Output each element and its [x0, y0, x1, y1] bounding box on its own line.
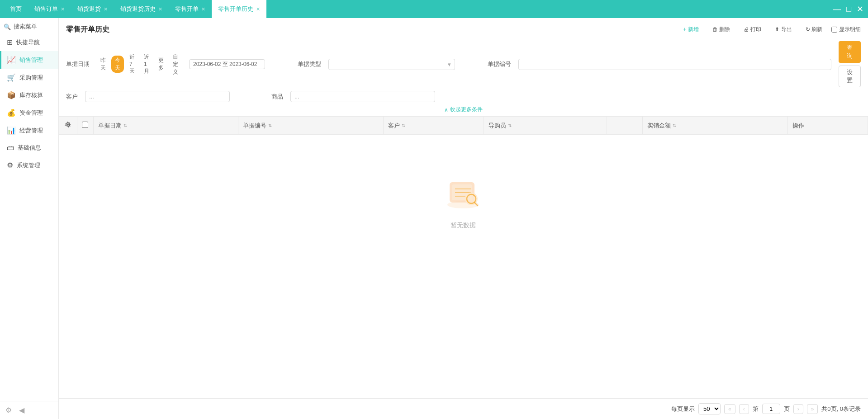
product-filter-input[interactable]: ...	[290, 91, 435, 102]
window-maximize-button[interactable]: □	[845, 4, 852, 15]
date-opt-yesterday[interactable]: 昨天	[97, 56, 109, 73]
table-header: 单据日期 ⇅ 单据编号 ⇅ 客户	[59, 117, 868, 135]
collapse-more-button[interactable]: ∧ 收起更多条件	[66, 104, 861, 116]
col-number[interactable]: 单据编号 ⇅	[238, 117, 384, 135]
pagination-bar: 每页显示 50 « ‹ 第 页 › » 共0页, 0条记录	[59, 398, 868, 419]
date-opt-more[interactable]: 更多	[155, 56, 167, 73]
print-button[interactable]: 🖨 打印	[739, 24, 766, 36]
first-page-button[interactable]: «	[724, 404, 735, 414]
add-button[interactable]: + 新增	[678, 24, 703, 36]
chevron-up-icon: ∧	[444, 107, 448, 113]
tab-retail-open[interactable]: 零售开单 ✕	[169, 0, 212, 18]
close-icon[interactable]: ✕	[61, 6, 65, 12]
tab-retail-open-history[interactable]: 零售开单历史 ✕	[212, 0, 266, 18]
search-icon: 🔍	[4, 24, 11, 30]
delete-button[interactable]: 🗑 删除	[708, 24, 735, 36]
col-customer[interactable]: 客户 ⇅	[383, 117, 484, 135]
inventory-icon: 📦	[7, 91, 16, 99]
page-title-bar: 零售开单历史 + 新增 🗑 删除 🖨 打印 ⬆ 导出 ↻ 刷新 显示明细	[66, 24, 861, 36]
col-settings[interactable]	[59, 117, 77, 135]
number-filter-input[interactable]	[518, 59, 831, 70]
sidebar-footer: ⚙ ◀	[0, 401, 58, 419]
tab-sales-order[interactable]: 销售订单 ✕	[28, 0, 71, 18]
col-date-label: 单据日期	[98, 122, 122, 130]
query-button[interactable]: 查询	[839, 41, 861, 63]
date-opt-1month[interactable]: 近1月	[140, 52, 153, 76]
sidebar-item-purchase-mgmt[interactable]: 🛒 采购管理	[0, 69, 58, 86]
sidebar-item-quick-nav[interactable]: ⊞ 快捷导航	[0, 33, 58, 51]
prev-page-button[interactable]: ‹	[739, 404, 749, 414]
product-placeholder: ...	[294, 93, 299, 100]
tab-sales-return[interactable]: 销货退货 ✕	[71, 0, 114, 18]
date-opt-7days[interactable]: 近7天	[126, 52, 138, 76]
col-actions-label: 操作	[792, 122, 804, 129]
number-filter-label: 单据编号	[488, 60, 511, 68]
sidebar-item-finance-label: 资金管理	[19, 109, 43, 117]
top-navigation: 首页 销售订单 ✕ 销货退货 ✕ 销货退货历史 ✕ 零售开单 ✕ 零售开单历史 …	[0, 0, 868, 18]
quick-nav-icon: ⊞	[7, 38, 13, 47]
customer-filter-input[interactable]: ...	[85, 91, 230, 102]
next-page-button[interactable]: ›	[793, 404, 803, 414]
col-actions: 操作	[787, 117, 868, 135]
sort-amount-icon[interactable]: ⇅	[673, 123, 676, 128]
sidebar-item-operations-label: 经营管理	[19, 127, 43, 135]
sort-number-icon[interactable]: ⇅	[268, 123, 272, 128]
date-range-input[interactable]	[189, 59, 265, 69]
page-size-label: 每页显示	[671, 405, 695, 413]
close-icon[interactable]: ✕	[104, 6, 108, 12]
tab-sales-return-history[interactable]: 销货退货历史 ✕	[114, 0, 169, 18]
sort-salesperson-icon[interactable]: ⇅	[508, 123, 512, 128]
system-icon: ⚙	[7, 161, 13, 169]
settings-button[interactable]: 设置	[839, 66, 861, 87]
close-icon[interactable]: ✕	[256, 6, 260, 12]
empty-state: 暂无数据	[59, 135, 868, 248]
sidebar-item-operations[interactable]: 📊 经营管理	[0, 122, 58, 139]
sidebar-item-finance[interactable]: 💰 资金管理	[0, 104, 58, 122]
tab-sales-order-label: 销售订单	[34, 5, 58, 13]
col-amount[interactable]: 实销金额 ⇅	[643, 117, 788, 135]
last-page-button[interactable]: »	[807, 404, 818, 414]
sidebar-item-inventory-label: 库存核算	[19, 91, 43, 99]
select-all-checkbox[interactable]	[82, 122, 88, 128]
sort-customer-icon[interactable]: ⇅	[402, 123, 405, 128]
page-number-input[interactable]	[762, 404, 780, 414]
empty-state-text: 暂无数据	[451, 221, 476, 230]
col-check[interactable]	[77, 117, 93, 135]
tab-retail-open-history-label: 零售开单历史	[218, 5, 253, 13]
settings-gear-icon	[64, 121, 71, 128]
sidebar-item-sales-mgmt[interactable]: 📈 销售管理	[0, 51, 58, 69]
date-opt-today[interactable]: 今天	[111, 56, 124, 73]
col-customer-label: 客户	[388, 122, 400, 130]
display-toggle[interactable]: 显示明细	[831, 26, 861, 33]
refresh-button[interactable]: ↻ 刷新	[801, 24, 827, 36]
sort-date-icon[interactable]: ⇅	[123, 123, 127, 128]
sidebar-item-system-label: 系统管理	[17, 161, 40, 169]
display-toggle-checkbox[interactable]	[831, 27, 837, 33]
sidebar-item-inventory[interactable]: 📦 库存核算	[0, 86, 58, 104]
col-date[interactable]: 单据日期 ⇅	[93, 117, 238, 135]
page-label-prefix: 第	[753, 405, 759, 413]
window-minimize-button[interactable]: —	[832, 4, 842, 15]
export-button[interactable]: ⬆ 导出	[770, 24, 796, 36]
date-opt-custom[interactable]: 自定义	[169, 52, 182, 77]
sidebar-item-purchase-mgmt-label: 采购管理	[19, 74, 43, 82]
sidebar-item-basic-info-label: 基础信息	[18, 144, 41, 152]
sidebar-search[interactable]: 🔍 搜索菜单	[0, 18, 58, 33]
window-close-button[interactable]: ✕	[856, 3, 864, 15]
col-amount-label: 实销金额	[647, 122, 671, 130]
sidebar-footer-gear-button[interactable]: ⚙	[5, 406, 12, 414]
sidebar-item-sales-mgmt-label: 销售管理	[19, 56, 43, 64]
close-icon[interactable]: ✕	[201, 6, 205, 12]
sidebar-item-system[interactable]: ⚙ 系统管理	[0, 156, 58, 174]
type-filter-select[interactable]: ▾	[328, 59, 455, 70]
col-salesperson[interactable]: 导购员 ⇅	[484, 117, 607, 135]
page-size-select[interactable]: 50	[698, 403, 721, 414]
page-header: 零售开单历史 + 新增 🗑 删除 🖨 打印 ⬆ 导出 ↻ 刷新 显示明细	[59, 18, 868, 117]
sidebar-collapse-button[interactable]: ◀	[19, 406, 24, 414]
close-icon[interactable]: ✕	[158, 6, 162, 12]
tab-home[interactable]: 首页	[4, 0, 28, 18]
toolbar: + 新增 🗑 删除 🖨 打印 ⬆ 导出 ↻ 刷新 显示明细	[678, 24, 861, 36]
display-toggle-label: 显示明细	[839, 26, 861, 33]
table-area: 单据日期 ⇅ 单据编号 ⇅ 客户	[59, 117, 868, 398]
sidebar-item-basic-info[interactable]: 🗃 基础信息	[0, 139, 58, 156]
